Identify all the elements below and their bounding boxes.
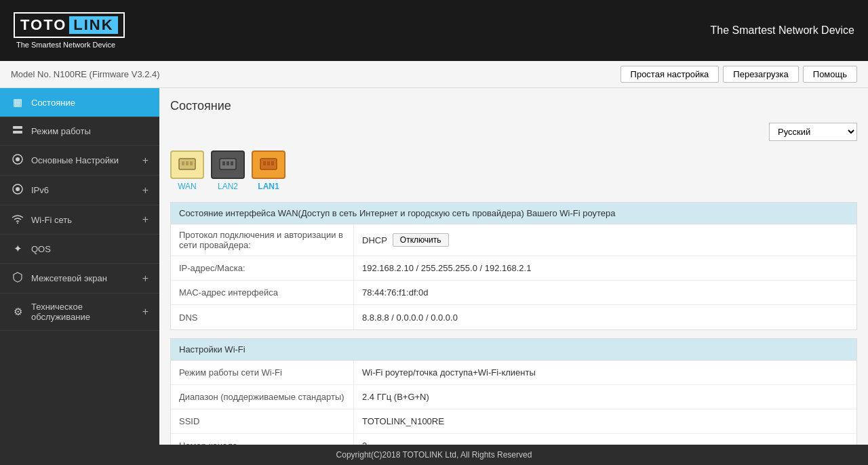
wan-row-protocol: Протокол подключения и авторизации в сет… [171,224,856,256]
sidebar-item-mode[interactable]: Режим работы [0,117,159,146]
svg-point-6 [17,222,18,224]
firewall-plus: + [142,272,149,285]
model-info: Model No. N100RE (Firmware V3.2.4) [11,69,160,79]
page-title: Состояние [170,99,857,113]
port-wan: WAN [170,150,204,191]
wan-value-ip: 192.168.2.10 / 255.255.255.0 / 192.168.2… [354,256,539,280]
footer-text: Copyright(C)2018 TOTOLINK Ltd, All Right… [336,450,532,460]
toolbar: Model No. N100RE (Firmware V3.2.4) Прост… [0,61,868,88]
svg-rect-13 [226,161,229,165]
svg-rect-10 [190,161,193,165]
wifi-section-header: Настройки Wi-Fi [171,339,856,361]
wan-section: Состояние интерфейса WAN(Доступ в сеть И… [170,202,857,330]
header-tagline: The Smartest Network Device [710,24,854,37]
wan-dns-text: 8.8.8.8 / 0.0.0.0 / 0.0.0.0 [362,312,458,323]
lan1-label[interactable]: LAN1 [258,182,279,191]
wifi-channel-text: 3 [362,441,367,445]
footer: Copyright(C)2018 TOTOLINK Ltd, All Right… [0,445,868,465]
wifi-key-band: Диапазон (поддерживаемые стандарты) [171,385,354,409]
svg-point-5 [16,187,20,191]
svg-rect-18 [271,161,274,165]
wifi-mode-text: Wi-Fi роутер/точка доступа+Wi-Fi-клиенты [362,367,536,378]
wifi-band-text: 2.4 ГГц (B+G+N) [362,392,429,402]
wifi-section: Настройки Wi-Fi Режим работы сети Wi-Fi … [170,338,857,445]
simple-setup-button[interactable]: Простая настройка [620,66,719,83]
language-select[interactable]: Русский English [769,123,857,141]
logo-container: TOTO LINK The Smartest Network Device [14,12,125,49]
sidebar-item-firewall[interactable]: Межсетевой экран + [0,264,159,294]
lan2-port-icon [211,150,245,179]
sidebar-label-maintenance: Техническое обслуживание [31,302,142,322]
wifi-value-mode: Wi-Fi роутер/точка доступа+Wi-Fi-клиенты [354,361,544,384]
wifi-row-band: Диапазон (поддерживаемые стандарты) 2.4 … [171,385,856,409]
svg-rect-8 [182,161,184,165]
content: Состояние Русский English WAN [159,88,868,445]
wan-value-mac: 78:44:76:f1:df:0d [354,281,437,304]
wifi-row-mode: Режим работы сети Wi-Fi Wi-Fi роутер/точ… [171,361,856,385]
wifi-key-ssid: SSID [171,409,354,433]
sidebar-label-wifi: Wi-Fi сеть [31,215,142,225]
wifi-plus: + [142,214,149,226]
basic-plus: + [142,155,149,167]
logo-toto: TOTO [20,16,66,34]
wifi-key-mode: Режим работы сети Wi-Fi [171,361,354,384]
wan-key-ip: IP-адрес/Маска: [171,256,354,280]
sidebar-label-mode: Режим работы [31,126,149,136]
toolbar-buttons: Простая настройка Перезагрузка Помощь [620,66,857,83]
sidebar-item-qos[interactable]: ✦ QOS [0,235,159,264]
qos-icon: ✦ [11,243,24,255]
sidebar-label-status: Состояние [31,98,149,108]
wifi-value-ssid: TOTOLINK_N100RE [354,409,452,433]
wan-key-protocol: Протокол подключения и авторизации в сет… [171,224,354,256]
sidebar-label-basic: Основные Настройки [31,155,142,165]
wan-row-ip: IP-адрес/Маска: 192.168.2.10 / 255.255.2… [171,256,856,281]
language-selector-container: Русский English [170,123,857,141]
wan-port-icon [170,150,204,179]
svg-rect-12 [222,161,225,165]
svg-rect-9 [186,161,189,165]
ipv6-icon [11,184,24,197]
wan-row-dns: DNS 8.8.8.8 / 0.0.0.0 / 0.0.0.0 [171,305,856,329]
logo-tagline: The Smartest Network Device [16,41,115,49]
wan-key-mac: МАС-адрес интерфейса [171,281,354,304]
wan-row-mac: МАС-адрес интерфейса 78:44:76:f1:df:0d [171,281,856,305]
wan-section-header: Состояние интерфейса WAN(Доступ в сеть И… [171,203,856,224]
maintenance-plus: + [142,306,149,318]
logo-link: LINK [69,16,117,34]
wifi-key-channel: Номер канала [171,434,354,445]
wifi-icon [11,214,24,226]
firewall-icon [11,272,24,285]
wan-value-dns: 8.8.8.8 / 0.0.0.0 / 0.0.0.0 [354,305,466,329]
svg-point-3 [16,157,20,161]
port-lan1: LAN1 [252,150,285,191]
wan-mac-text: 78:44:76:f1:df:0d [362,287,429,298]
sidebar-item-basic[interactable]: Основные Настройки + [0,146,159,176]
sidebar: ▦ Состояние Режим работы Основные Настро… [0,88,159,445]
svg-rect-16 [263,161,266,165]
wifi-value-band: 2.4 ГГц (B+G+N) [354,385,437,409]
ports-row: WAN LAN2 [170,150,857,191]
wan-label[interactable]: WAN [178,182,197,191]
lan2-label[interactable]: LAN2 [218,182,238,191]
disconnect-button[interactable]: Отключить [393,233,449,247]
wifi-value-channel: 3 [354,434,375,445]
help-button[interactable]: Помощь [803,66,857,83]
sidebar-item-maintenance[interactable]: ⚙ Техническое обслуживание + [0,294,159,331]
logo-box: TOTO LINK [14,12,125,38]
reboot-button[interactable]: Перезагрузка [723,66,798,83]
main-layout: ▦ Состояние Режим работы Основные Настро… [0,88,868,445]
svg-rect-0 [13,126,22,129]
sidebar-item-ipv6[interactable]: IPv6 + [0,176,159,205]
sidebar-label-firewall: Межсетевой экран [31,273,142,283]
svg-rect-1 [13,131,22,134]
wifi-row-channel: Номер канала 3 [171,434,856,445]
svg-rect-17 [267,161,270,165]
status-icon: ▦ [11,96,24,108]
sidebar-item-status[interactable]: ▦ Состояние [0,88,159,117]
sidebar-item-wifi[interactable]: Wi-Fi сеть + [0,205,159,235]
wan-ip-text: 192.168.2.10 / 255.255.255.0 / 192.168.2… [362,263,531,273]
wan-key-dns: DNS [171,305,354,329]
lan1-port-icon [252,150,285,179]
wan-value-protocol: DHCP Отключить [354,224,457,256]
header: TOTO LINK The Smartest Network Device Th… [0,0,868,61]
